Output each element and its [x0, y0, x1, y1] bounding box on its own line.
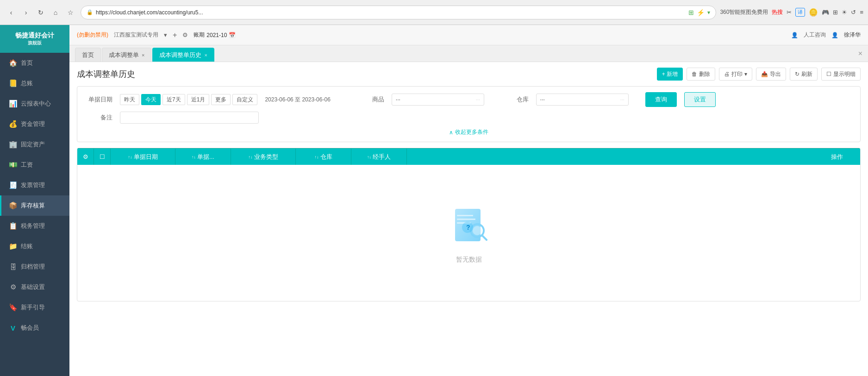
collapse-button[interactable]: ∧ 收起更多条件: [85, 128, 853, 136]
apps-icon[interactable]: ⊞: [833, 9, 838, 16]
sidebar-label-inventory: 库存核算: [21, 201, 45, 210]
bookmark-button[interactable]: ☆: [64, 6, 77, 19]
sun-icon[interactable]: ☀: [842, 9, 847, 16]
menu-icon[interactable]: ≡: [860, 9, 863, 16]
settings-icon: ⚙: [9, 283, 17, 291]
sidebar-item-guide[interactable]: 🔖 新手引导: [0, 297, 69, 318]
add-button[interactable]: + 新增: [657, 68, 683, 81]
table-checkbox-all[interactable]: ☐: [94, 149, 111, 165]
empty-state: ? 暂无数据: [77, 165, 860, 301]
delete-button[interactable]: 🗑 删除: [687, 68, 715, 81]
user-label[interactable]: 徐泽华: [844, 31, 861, 39]
sidebar-item-settings[interactable]: ⚙ 基础设置: [0, 277, 69, 297]
refresh-button[interactable]: ↻ 刷新: [790, 68, 818, 81]
filter-row-2: 备注: [85, 112, 853, 124]
table-header: ⚙ ☐ ↑↓ 单据日期 ↑↓ 单据... ↑↓ 业务类型: [77, 148, 860, 165]
filter-area: 单据日期 昨天 今天 近7天 近1月 更多 自定义 2023-06-06 至 2…: [77, 86, 861, 142]
calendar-icon[interactable]: 📅: [229, 32, 236, 38]
sidebar-item-ledger[interactable]: 📒 总账: [0, 73, 69, 94]
export-button[interactable]: 📤 导出: [756, 68, 786, 81]
sidebar-nav: 🏠 首页 📒 总账 📊 云报表中心 💰 资金管理 🏢 固定资产 💵 工资: [0, 53, 69, 376]
sidebar-label-member: 畅会员: [21, 324, 39, 332]
warehouse-filter-select[interactable]: ··· ···: [536, 94, 629, 106]
sidebar-label-ledger: 总账: [21, 79, 33, 88]
table-col-handler[interactable]: ↑↓ 经手人: [351, 149, 407, 165]
window-close-icon[interactable]: ×: [858, 50, 862, 58]
back-button[interactable]: ‹: [5, 6, 18, 19]
table-col-no[interactable]: ↑↓ 单据...: [175, 149, 231, 165]
warehouse-placeholder: ···: [540, 96, 545, 103]
secure-icon: 🔒: [87, 9, 93, 15]
user-avatar-icon: 👤: [831, 32, 838, 38]
url-bar[interactable]: 🔒 https://cloud.chanjet.com/accounting/u…: [81, 6, 716, 19]
query-button[interactable]: 查询: [645, 92, 677, 107]
sidebar-item-salary[interactable]: 💵 工资: [0, 155, 69, 175]
settings-company-icon[interactable]: ⚙: [182, 31, 188, 38]
ledger-icon: 📒: [9, 79, 17, 88]
date-btn-1month[interactable]: 近1月: [187, 94, 210, 105]
period-display: 账期 2021-10 📅: [194, 31, 236, 39]
filter-row-1: 单据日期 昨天 今天 近7天 近1月 更多 自定义 2023-06-06 至 2…: [85, 92, 853, 107]
table-col-warehouse[interactable]: ↑↓ 仓库: [296, 149, 351, 165]
tab-home-label: 首页: [82, 51, 94, 59]
lightning-icon[interactable]: ⚡: [697, 9, 705, 16]
tab-bar: 首页 成本调整单 × 成本调整单历史 × ×: [69, 45, 868, 62]
date-btn-today[interactable]: 今天: [141, 94, 161, 105]
empty-icon: ?: [446, 202, 492, 248]
remark-filter-input[interactable]: [120, 112, 259, 124]
tab-cost-adjust-history[interactable]: 成本调整单历史 ×: [152, 48, 214, 62]
tab-home[interactable]: 首页: [75, 48, 101, 62]
home-button[interactable]: ⌂: [49, 6, 62, 19]
svg-line-6: [482, 235, 487, 240]
reset-button[interactable]: 设置: [684, 92, 716, 107]
tab-cost-adjust-history-label: 成本调整单历史: [159, 51, 201, 59]
date-btn-yesterday[interactable]: 昨天: [120, 94, 139, 105]
grid-icon[interactable]: ⊞: [688, 9, 694, 16]
help-label[interactable]: 人工咨询: [804, 31, 826, 39]
date-btn-custom[interactable]: 自定义: [232, 94, 257, 105]
tab-cost-adjust-history-close[interactable]: ×: [204, 52, 207, 58]
sidebar-item-reports[interactable]: 📊 云报表中心: [0, 94, 69, 114]
date-btn-7days[interactable]: 近7天: [162, 94, 185, 105]
dropdown-icon[interactable]: ▾: [707, 9, 710, 16]
sidebar-item-home[interactable]: 🏠 首页: [0, 53, 69, 73]
sidebar-item-member[interactable]: V 畅会员: [0, 318, 69, 338]
goods-filter-select[interactable]: ··· ···: [392, 94, 484, 106]
checkbox-all-icon[interactable]: ☐: [100, 153, 105, 160]
sidebar-item-invoice[interactable]: 🧾 发票管理: [0, 175, 69, 195]
sidebar-label-settings: 基础设置: [21, 283, 45, 291]
sidebar-item-archive[interactable]: 🗄 归档管理: [0, 257, 69, 277]
collapse-arrow-icon: ∧: [449, 129, 453, 136]
app-container: 畅捷通好会计 旗舰版 🏠 首页 📒 总账 📊 云报表中心 💰 资金管理 🏢: [0, 25, 868, 376]
guide-icon: 🔖: [9, 303, 17, 312]
sidebar-item-closing[interactable]: 📁 结账: [0, 236, 69, 257]
tab-cost-adjust-close[interactable]: ×: [142, 52, 144, 58]
date-range-display: 2023-06-06 至 2023-06-06: [265, 96, 330, 104]
export-icon: 📤: [761, 71, 768, 77]
sidebar-item-fixed-assets[interactable]: 🏢 固定资产: [0, 134, 69, 155]
goods-placeholder: ···: [396, 96, 400, 103]
tab-cost-adjust[interactable]: 成本调整单 ×: [102, 48, 151, 62]
sidebar-item-inventory[interactable]: 📦 库存核算: [0, 195, 69, 216]
coin-icon[interactable]: 🪙: [809, 8, 818, 17]
table-settings-cell[interactable]: ⚙: [77, 149, 94, 165]
table-col-date[interactable]: ↑↓ 单据日期: [111, 149, 175, 165]
sidebar-item-tax[interactable]: 📋 税务管理: [0, 216, 69, 236]
add-company-icon[interactable]: +: [173, 31, 177, 39]
date-btn-more[interactable]: 更多: [211, 94, 231, 105]
table-col-biztype[interactable]: ↑↓ 业务类型: [231, 149, 296, 165]
dropdown-company-icon[interactable]: ▾: [164, 31, 167, 38]
scissors-icon[interactable]: ✂: [787, 9, 792, 16]
translate-icon[interactable]: 译: [795, 8, 805, 17]
display-col-button[interactable]: ☐ 显示明细: [821, 68, 861, 81]
reload-button[interactable]: ↻: [34, 6, 47, 19]
table-container: ⚙ ☐ ↑↓ 单据日期 ↑↓ 单据... ↑↓ 业务类型: [77, 148, 861, 301]
print-button[interactable]: 🖨 打印 ▾: [719, 68, 752, 81]
undo-icon[interactable]: ↺: [851, 9, 856, 16]
forward-button[interactable]: ›: [19, 6, 32, 19]
print-dropdown-icon[interactable]: ▾: [744, 71, 747, 77]
game-icon[interactable]: 🎮: [822, 9, 829, 16]
sidebar-item-funds[interactable]: 💰 资金管理: [0, 114, 69, 134]
checkbox-icon: ☐: [826, 71, 831, 77]
table-settings-icon[interactable]: ⚙: [83, 153, 88, 160]
